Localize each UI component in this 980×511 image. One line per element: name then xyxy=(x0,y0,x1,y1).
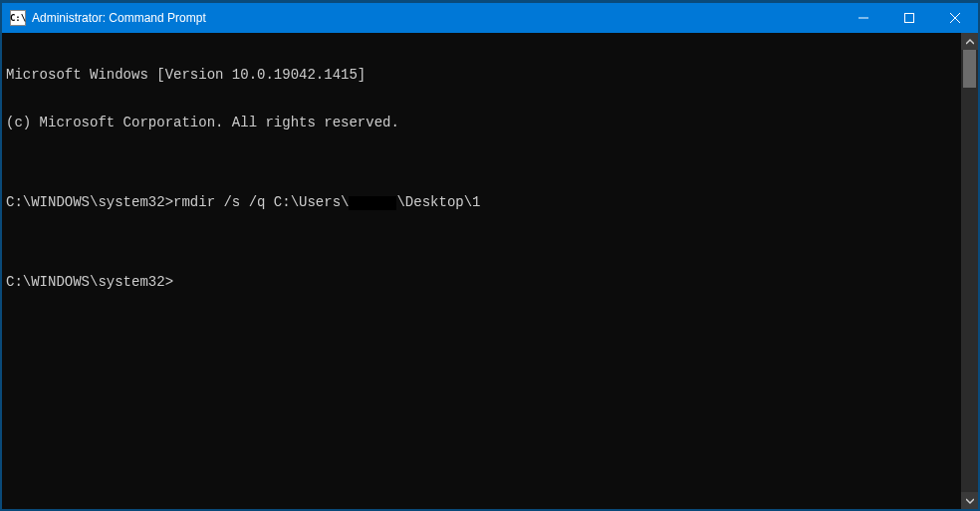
client-area: Microsoft Windows [Version 10.0.19042.14… xyxy=(2,33,978,509)
command-prompt-window: C:\ Administrator: Command Prompt Micros… xyxy=(0,0,980,511)
maximize-button[interactable] xyxy=(886,3,932,33)
scroll-up-button[interactable] xyxy=(961,33,978,50)
close-button[interactable] xyxy=(932,3,978,33)
output-line: C:\WINDOWS\system32>rmdir /s /q C:\Users… xyxy=(6,194,957,210)
vertical-scrollbar[interactable] xyxy=(961,33,978,509)
svg-rect-1 xyxy=(905,14,914,23)
output-line: C:\WINDOWS\system32> xyxy=(6,274,957,290)
close-icon xyxy=(950,13,960,23)
output-line: (c) Microsoft Corporation. All rights re… xyxy=(6,115,957,130)
prompt-text: C:\WINDOWS\system32>rmdir /s /q C:\Users… xyxy=(6,194,349,210)
scroll-down-button[interactable] xyxy=(961,492,978,509)
output-line: Microsoft Windows [Version 10.0.19042.14… xyxy=(6,67,957,83)
app-icon: C:\ xyxy=(10,10,26,26)
chevron-up-icon xyxy=(966,38,974,46)
prompt-text: \Desktop\1 xyxy=(396,194,480,210)
chevron-down-icon xyxy=(966,497,974,505)
redacted-username xyxy=(349,196,396,210)
maximize-icon xyxy=(904,13,914,23)
minimize-button[interactable] xyxy=(841,3,886,33)
minimize-icon xyxy=(858,13,868,23)
scroll-thumb[interactable] xyxy=(963,50,976,88)
window-title: Administrator: Command Prompt xyxy=(32,11,206,25)
terminal-output[interactable]: Microsoft Windows [Version 10.0.19042.14… xyxy=(2,33,961,509)
titlebar[interactable]: C:\ Administrator: Command Prompt xyxy=(2,3,978,33)
